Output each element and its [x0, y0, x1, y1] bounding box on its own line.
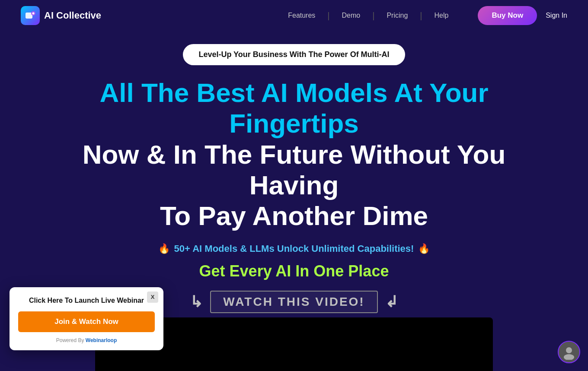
avatar-button[interactable] — [558, 341, 580, 363]
hero-title: All The Best AI Models At Your Fingertip… — [35, 77, 553, 231]
logo-area[interactable]: AI Collective — [21, 6, 101, 25]
nav-link-help[interactable]: Help — [422, 12, 461, 19]
hero-fire-line: 🔥 50+ AI Models & LLMs Unlock Unlimited … — [35, 243, 553, 254]
nav-links: Features | Demo | Pricing | Help — [276, 11, 460, 21]
watch-arrow-right: ↳ — [384, 293, 398, 311]
watch-video-banner: ↳ WATCH THIS VIDEO! ↳ — [184, 291, 404, 313]
nav-link-demo[interactable]: Demo — [330, 12, 373, 19]
powered-by-text: Powered By — [56, 337, 84, 343]
hero-title-line1: All The Best AI Models At Your Fingertip… — [99, 78, 488, 138]
webinarloop-link[interactable]: Webinarloop — [86, 337, 117, 343]
svg-point-2 — [32, 13, 35, 15]
watch-arrow-left: ↳ — [190, 293, 204, 311]
hero-fire-text: 50+ AI Models & LLMs Unlock Unlimited Ca… — [174, 243, 414, 254]
webinar-popup: X Click Here To Launch Live Webinar Join… — [10, 287, 163, 350]
watch-video-text: ↳ WATCH THIS VIDEO! ↳ — [184, 291, 404, 313]
logo-icon — [21, 6, 40, 25]
svg-point-3 — [566, 347, 572, 353]
svg-point-4 — [564, 354, 574, 360]
watch-video-label: WATCH THIS VIDEO! — [210, 291, 377, 313]
buy-now-button[interactable]: Buy Now — [478, 6, 537, 25]
fire-emoji-left: 🔥 — [158, 243, 170, 254]
popup-footer: Powered By Webinarloop — [18, 337, 155, 343]
popup-close-button[interactable]: X — [147, 292, 158, 303]
hero-title-line2: Now & In The Future Without You Having — [83, 140, 506, 200]
sign-in-button[interactable]: Sign In — [546, 12, 567, 19]
popup-title: Click Here To Launch Live Webinar — [18, 296, 155, 305]
hero-green-line: Get Every AI In One Place — [35, 262, 553, 280]
join-watch-button[interactable]: Join & Watch Now — [18, 311, 155, 332]
nav-link-pricing[interactable]: Pricing — [374, 12, 420, 19]
fire-emoji-right: 🔥 — [418, 243, 430, 254]
logo-text: AI Collective — [44, 10, 101, 21]
hero-title-line3: To Pay Another Dime — [160, 201, 428, 231]
navbar: AI Collective Features | Demo | Pricing … — [0, 0, 588, 31]
hero-badge: Level-Up Your Business With The Power Of… — [183, 44, 405, 65]
nav-link-features[interactable]: Features — [276, 12, 327, 19]
